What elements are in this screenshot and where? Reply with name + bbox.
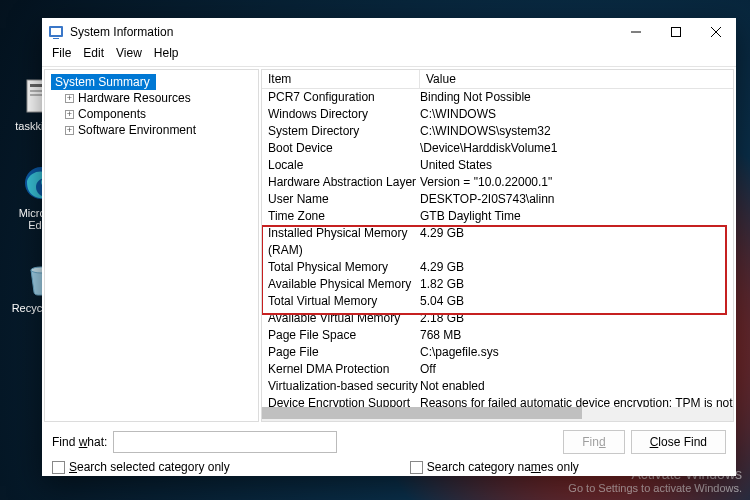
svg-line-12 [711, 27, 721, 37]
cell-item: Total Physical Memory [268, 259, 420, 276]
list-row[interactable]: Available Physical Memory1.82 GB [262, 276, 733, 293]
cell-item: Boot Device [268, 140, 420, 157]
cell-item: Page File [268, 344, 420, 361]
cell-value: Not enabled [420, 378, 733, 395]
svg-rect-8 [51, 28, 61, 35]
cell-value: C:\WINDOWS\system32 [420, 123, 733, 140]
list-row[interactable]: Total Physical Memory4.29 GB [262, 259, 733, 276]
cell-value: Binding Not Possible [420, 89, 733, 106]
cell-value: Off [420, 361, 733, 378]
list-row[interactable]: Available Virtual Memory2.18 GB [262, 310, 733, 327]
list-row[interactable]: Page File Space768 MB [262, 327, 733, 344]
column-header-item[interactable]: Item [262, 70, 420, 88]
list-row[interactable]: LocaleUnited States [262, 157, 733, 174]
find-button[interactable]: Find [563, 430, 624, 454]
list-row[interactable]: Kernel DMA ProtectionOff [262, 361, 733, 378]
expand-icon[interactable]: + [65, 110, 74, 119]
list-row[interactable]: PCR7 ConfigurationBinding Not Possible [262, 89, 733, 106]
cell-item: Virtualization-based security [268, 378, 420, 395]
checkbox-box [52, 461, 65, 474]
cell-item: Page File Space [268, 327, 420, 344]
cell-value: 4.29 GB [420, 225, 733, 259]
list-row[interactable]: Total Virtual Memory5.04 GB [262, 293, 733, 310]
list-header: Item Value [262, 70, 733, 89]
cell-value: 1.82 GB [420, 276, 733, 293]
expand-icon[interactable]: + [65, 126, 74, 135]
tree-item-software-environment[interactable]: +Software Environment [51, 122, 252, 138]
cell-value: 5.04 GB [420, 293, 733, 310]
find-footer: Find what: Find Close Find Search select… [42, 424, 736, 482]
cell-item: Available Physical Memory [268, 276, 420, 293]
tree-item-components[interactable]: +Components [51, 106, 252, 122]
system-information-window: System Information File Edit View Help S… [42, 18, 736, 476]
column-header-value[interactable]: Value [420, 70, 733, 88]
cell-value: DESKTOP-2I0S743\alinn [420, 191, 733, 208]
expand-icon[interactable]: + [65, 94, 74, 103]
scrollbar-thumb[interactable] [262, 407, 582, 419]
cell-value: 2.18 GB [420, 310, 733, 327]
cell-value: United States [420, 157, 733, 174]
tree-root-system-summary[interactable]: System Summary [51, 74, 156, 90]
cell-item: Time Zone [268, 208, 420, 225]
menu-file[interactable]: File [52, 46, 71, 66]
list-row[interactable]: System DirectoryC:\WINDOWS\system32 [262, 123, 733, 140]
horizontal-scrollbar[interactable] [262, 407, 733, 421]
list-row[interactable]: User NameDESKTOP-2I0S743\alinn [262, 191, 733, 208]
cell-value: 768 MB [420, 327, 733, 344]
cell-value: C:\pagefile.sys [420, 344, 733, 361]
svg-rect-11 [672, 28, 681, 37]
cell-value: 4.29 GB [420, 259, 733, 276]
cell-item: Total Virtual Memory [268, 293, 420, 310]
list-row[interactable]: Virtualization-based securityNot enabled [262, 378, 733, 395]
tree-pane[interactable]: System Summary +Hardware Resources +Comp… [44, 69, 259, 422]
find-label: Find what: [52, 435, 107, 449]
list-row[interactable]: Time ZoneGTB Daylight Time [262, 208, 733, 225]
list-row[interactable]: Page FileC:\pagefile.sys [262, 344, 733, 361]
close-find-button[interactable]: Close Find [631, 430, 726, 454]
cell-item: Hardware Abstraction Layer [268, 174, 420, 191]
find-input[interactable] [113, 431, 337, 453]
cell-item: Kernel DMA Protection [268, 361, 420, 378]
cell-item: Installed Physical Memory (RAM) [268, 225, 420, 259]
cell-item: User Name [268, 191, 420, 208]
app-icon [48, 24, 64, 40]
cell-item: Locale [268, 157, 420, 174]
list-row[interactable]: Installed Physical Memory (RAM)4.29 GB [262, 225, 733, 259]
window-title: System Information [70, 25, 173, 39]
menubar: File Edit View Help [42, 46, 736, 66]
close-button[interactable] [696, 19, 736, 45]
list-pane[interactable]: Item Value PCR7 ConfigurationBinding Not… [261, 69, 734, 422]
svg-line-13 [711, 27, 721, 37]
checkbox-category-names[interactable]: Search category names only [410, 460, 579, 474]
cell-value: C:\WINDOWS [420, 106, 733, 123]
cell-item: System Directory [268, 123, 420, 140]
maximize-button[interactable] [656, 19, 696, 45]
menu-help[interactable]: Help [154, 46, 179, 66]
checkbox-box [410, 461, 423, 474]
list-row[interactable]: Hardware Abstraction LayerVersion = "10.… [262, 174, 733, 191]
cell-item: Available Virtual Memory [268, 310, 420, 327]
menu-edit[interactable]: Edit [83, 46, 104, 66]
checkbox-selected-category[interactable]: Search selected category only [52, 460, 230, 474]
list-row[interactable]: Windows DirectoryC:\WINDOWS [262, 106, 733, 123]
svg-rect-9 [53, 38, 59, 39]
titlebar[interactable]: System Information [42, 18, 736, 46]
minimize-button[interactable] [616, 19, 656, 45]
menu-view[interactable]: View [116, 46, 142, 66]
cell-value: Version = "10.0.22000.1" [420, 174, 733, 191]
tree-item-hardware-resources[interactable]: +Hardware Resources [51, 90, 252, 106]
cell-value: GTB Daylight Time [420, 208, 733, 225]
cell-item: Windows Directory [268, 106, 420, 123]
cell-item: PCR7 Configuration [268, 89, 420, 106]
list-row[interactable]: Boot Device\Device\HarddiskVolume1 [262, 140, 733, 157]
cell-value: \Device\HarddiskVolume1 [420, 140, 733, 157]
